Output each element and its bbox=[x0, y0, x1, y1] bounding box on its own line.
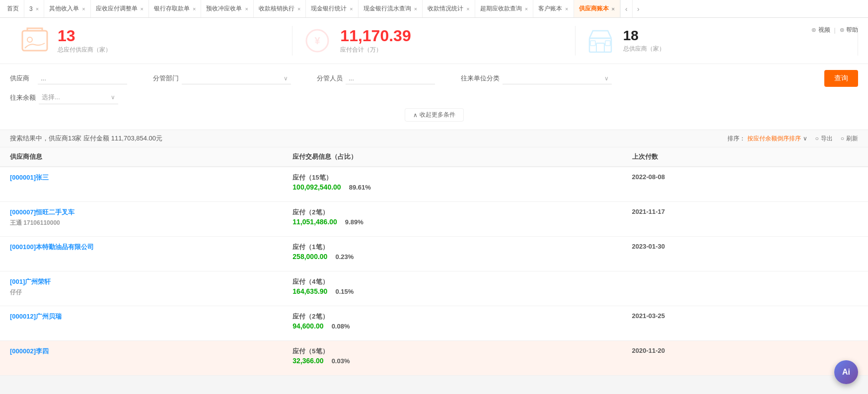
supplier-name-link[interactable]: [001]广州荣轩 bbox=[10, 278, 51, 285]
close-icon[interactable]: × bbox=[525, 6, 528, 12]
tx-amount[interactable]: 164,635.90 bbox=[292, 287, 327, 295]
transaction-cell: 应付（2笔） 94,600.00 0.08% bbox=[292, 312, 632, 330]
filter-row-2: 往来余额 选择... ∨ bbox=[10, 91, 858, 104]
filter-person: 分管人员 bbox=[317, 72, 435, 84]
result-bar: 搜索结果中，供应商13家 应付金额 111,703,854.00元 排序： 按应… bbox=[0, 130, 868, 147]
nav-tab-other-income[interactable]: 其他收入单 × bbox=[44, 0, 90, 18]
tx-desc: 应付（4笔） bbox=[292, 277, 632, 286]
nav-tab-3[interactable]: 3 × bbox=[24, 0, 44, 18]
close-icon[interactable]: × bbox=[350, 6, 353, 12]
supplier-filter-label: 供应商 bbox=[10, 74, 35, 83]
supplier-name-link[interactable]: [000001]张三 bbox=[10, 174, 49, 181]
balance-filter-select[interactable]: 选择... ∨ bbox=[39, 91, 118, 104]
svg-text:¥: ¥ bbox=[315, 35, 321, 46]
nav-tab-prepay[interactable]: 预收冲应收单 × bbox=[201, 0, 253, 18]
total-suppliers-label: 总供应商（家） bbox=[623, 45, 665, 53]
supplier-info-cell: [000002]李四 bbox=[10, 347, 292, 358]
last-pay-date: 2022-08-08 bbox=[632, 173, 665, 181]
summary-ap-suppliers-info: 13 总应付供应商（家） bbox=[58, 28, 111, 54]
supplier-name-link[interactable]: [000100]本特勤油品有限公司 bbox=[10, 243, 94, 251]
transaction-cell: 应付（2笔） 11,051,486.00 9.89% bbox=[292, 208, 632, 226]
nav-tab-customer-ledger[interactable]: 客户账本 × bbox=[533, 0, 574, 18]
tx-amount[interactable]: 100,092,540.00 bbox=[292, 183, 341, 191]
table-row: [000007]恒旺二手叉车 王通 17106110000 应付（2笔） 11,… bbox=[0, 202, 868, 237]
close-icon[interactable]: × bbox=[565, 6, 568, 12]
close-icon[interactable]: × bbox=[612, 6, 615, 12]
tx-amount[interactable]: 258,000.00 bbox=[292, 253, 327, 261]
filter-balance: 往来余额 选择... ∨ bbox=[10, 91, 118, 104]
dept-filter-select[interactable]: ∨ bbox=[182, 73, 291, 84]
chevron-down-icon: ∨ bbox=[284, 75, 288, 82]
query-button[interactable]: 查询 bbox=[824, 70, 858, 87]
summary-card-ap-suppliers: 13 总应付供应商（家） bbox=[10, 26, 292, 56]
supplier-info-cell: [000001]张三 bbox=[10, 173, 292, 184]
close-icon[interactable]: × bbox=[297, 6, 300, 12]
close-icon[interactable]: × bbox=[466, 6, 469, 12]
supplier-filter-input[interactable] bbox=[38, 72, 127, 84]
last-pay-cell: 2021-11-17 bbox=[632, 208, 858, 215]
supplier-name-link[interactable]: [000012]广州贝瑞 bbox=[10, 313, 62, 320]
tx-pct: 0.15% bbox=[335, 288, 354, 295]
last-pay-date: 2021-11-17 bbox=[632, 208, 665, 215]
nav-tab-cash-bank-flow[interactable]: 现金银行流水查询 × bbox=[359, 0, 423, 18]
tx-desc: 应付（1笔） bbox=[292, 243, 632, 252]
video-link[interactable]: ⊙ 视频 bbox=[811, 26, 830, 34]
nav-tab-supplier-ledger-label: 供应商账本 bbox=[579, 4, 609, 13]
nav-tab-bank-deposit[interactable]: 银行存取款单 × bbox=[149, 0, 201, 18]
last-pay-date: 2023-01-30 bbox=[632, 243, 665, 250]
summary-card-ap-amount: ¥ 11,170.39 应付合计（万） bbox=[292, 26, 575, 56]
close-icon[interactable]: × bbox=[82, 6, 85, 12]
filter-dept: 分管部门 ∨ bbox=[153, 73, 291, 84]
data-table: 供应商信息 应付交易信息（占比） 上次付数 [000001]张三 应付（15笔）… bbox=[0, 147, 868, 376]
balance-filter-label: 往来余额 bbox=[10, 93, 36, 102]
nav-tab-cash-bank-stat-label: 现金银行统计 bbox=[311, 4, 347, 13]
nav-tab-payment-exec[interactable]: 收款核销执行 × bbox=[254, 0, 306, 18]
refresh-button[interactable]: ○ 刷新 bbox=[841, 134, 858, 143]
close-icon[interactable]: × bbox=[245, 6, 248, 12]
supplier-contact: 仔仔 bbox=[10, 288, 292, 297]
tx-amount[interactable]: 11,051,486.00 bbox=[292, 218, 337, 226]
nav-next-arrow[interactable]: › bbox=[632, 0, 644, 18]
nav-tab-other-income-label: 其他收入单 bbox=[49, 4, 79, 13]
close-icon[interactable]: × bbox=[36, 6, 39, 12]
supplier-info-cell: [001]广州荣轩 仔仔 bbox=[10, 277, 292, 297]
export-button[interactable]: ○ 导出 bbox=[815, 134, 833, 143]
category-filter-select[interactable]: ∨ bbox=[503, 73, 612, 84]
close-icon[interactable]: × bbox=[141, 6, 144, 12]
supplier-info-cell: [000100]本特勤油品有限公司 bbox=[10, 243, 292, 254]
supplier-name-link[interactable]: [000007]恒旺二手叉车 bbox=[10, 208, 74, 216]
transaction-cell: 应付（1笔） 258,000.00 0.23% bbox=[292, 243, 632, 261]
tx-desc: 应付（2笔） bbox=[292, 208, 632, 217]
svg-rect-7 bbox=[590, 41, 595, 46]
supplier-name-link[interactable]: [000002]李四 bbox=[10, 347, 49, 355]
sort-control[interactable]: 排序： 按应付余额倒序排序 ∨ bbox=[727, 134, 807, 143]
nav-tab-prepay-label: 预收冲应收单 bbox=[206, 4, 242, 13]
transaction-cell: 应付（4笔） 164,635.90 0.15% bbox=[292, 277, 632, 295]
tx-amount[interactable]: 94,600.00 bbox=[292, 322, 323, 330]
nav-tab-ar-ap-adjust[interactable]: 应收应付调整单 × bbox=[91, 0, 149, 18]
chevron-down-icon: ∨ bbox=[111, 94, 115, 101]
top-right-links: ⊙ 视频 | ⊙ 帮助 bbox=[811, 26, 858, 34]
nav-tab-cash-bank-stat[interactable]: 现金银行统计 × bbox=[306, 0, 358, 18]
table-row: [000012]广州贝瑞 应付（2笔） 94,600.00 0.08% 2021… bbox=[0, 306, 868, 341]
nav-tab-overdue[interactable]: 超期应收款查询 × bbox=[475, 0, 533, 18]
tx-pct: 89.61% bbox=[349, 184, 371, 191]
nav-tab-payment-stat[interactable]: 收款情况统计 × bbox=[423, 0, 475, 18]
collapse-button[interactable]: ∧ 收起更多条件 bbox=[405, 108, 464, 122]
help-link[interactable]: ⊙ 帮助 bbox=[840, 26, 858, 34]
summary-bar: 13 总应付供应商（家） ¥ 11,170.39 应付合计（万） bbox=[0, 18, 868, 64]
filter-row-1: 供应商 分管部门 ∨ 分管人员 往来单位分类 ∨ 查询 bbox=[10, 70, 858, 87]
nav-prev-arrow[interactable]: ‹ bbox=[620, 0, 632, 18]
close-icon[interactable]: × bbox=[193, 6, 196, 12]
nav-tab-bank-deposit-label: 银行存取款单 bbox=[154, 4, 190, 13]
tx-amount[interactable]: 32,366.00 bbox=[292, 357, 323, 365]
last-pay-cell: 2022-08-08 bbox=[632, 173, 858, 181]
nav-tab-supplier-ledger[interactable]: 供应商账本 × bbox=[574, 0, 620, 18]
nav-tab-cash-bank-flow-label: 现金银行流水查询 bbox=[363, 4, 411, 13]
ai-button[interactable]: Ai bbox=[834, 360, 858, 376]
person-filter-input[interactable] bbox=[346, 72, 435, 84]
nav-tab-home[interactable]: 首页 bbox=[2, 0, 24, 18]
dept-filter-label: 分管部门 bbox=[153, 74, 179, 83]
close-icon[interactable]: × bbox=[414, 6, 417, 12]
filter-category: 往来单位分类 ∨ bbox=[461, 73, 612, 84]
